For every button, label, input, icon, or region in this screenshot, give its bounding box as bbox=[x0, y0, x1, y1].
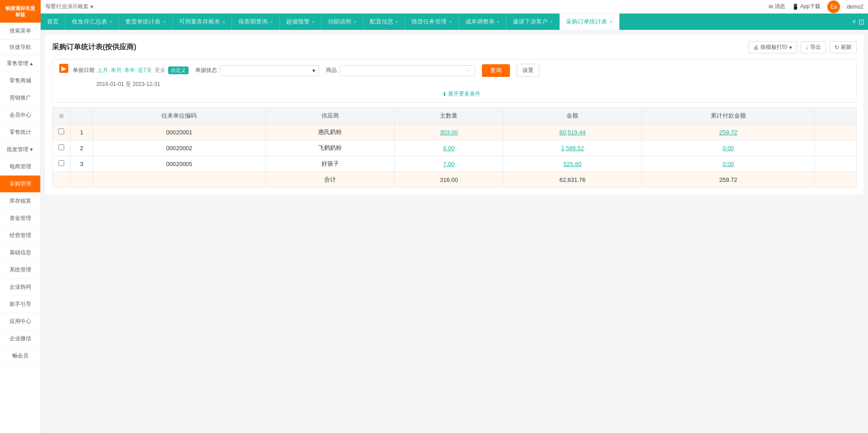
sidebar-item-member-vip[interactable]: 畅会员 bbox=[0, 347, 40, 365]
tab-cost-adjust[interactable]: 成本调整单 × bbox=[459, 14, 506, 30]
shortcut-this-month[interactable]: 本月 bbox=[111, 67, 122, 74]
close-icon[interactable]: × bbox=[312, 19, 315, 24]
sidebar-item-enterprise-collab[interactable]: 企业协同 bbox=[0, 279, 40, 296]
row-paid[interactable]: 0.00 bbox=[642, 156, 815, 172]
tab-pick-task[interactable]: 拣货任务管理 × bbox=[405, 14, 458, 30]
sidebar-quick-nav[interactable]: 快捷导航 bbox=[0, 40, 40, 55]
row-qty[interactable]: 303.00 bbox=[395, 124, 503, 140]
row-check[interactable] bbox=[52, 156, 71, 172]
amount-link[interactable]: 1,586.52 bbox=[561, 145, 584, 152]
row-check[interactable] bbox=[52, 124, 71, 140]
close-tab-btn[interactable]: × bbox=[852, 18, 856, 26]
close-icon[interactable]: × bbox=[163, 19, 165, 24]
close-icon[interactable]: × bbox=[396, 19, 398, 24]
sidebar-item-ecommerce-mgmt[interactable]: 电商管理 bbox=[0, 158, 40, 176]
row-check[interactable] bbox=[52, 140, 71, 156]
amount-link[interactable]: 60,519.44 bbox=[559, 129, 585, 136]
row-code: 00020001 bbox=[93, 124, 266, 140]
app-download-btn[interactable]: 📱 App下载 bbox=[792, 3, 821, 10]
tab-label: 要货单统计表 bbox=[125, 18, 160, 26]
col-settings[interactable]: ⚙ bbox=[52, 108, 71, 124]
tab-invite-downstream[interactable]: 邀请下游客户 × bbox=[506, 14, 560, 30]
shortcut-more[interactable]: 更多 bbox=[155, 67, 165, 74]
sidebar-item-basic-info[interactable]: 基础信息 bbox=[0, 244, 40, 262]
tab-overstock-warning[interactable]: 超储预警 × bbox=[280, 14, 321, 30]
sidebar-item-purchase-mgmt[interactable]: 采购管理 bbox=[0, 176, 40, 193]
filter-fields: 单据日期 上月 本月 本年 近7天 更多 自定义 bbox=[73, 64, 849, 98]
status-select[interactable]: ▾ bbox=[220, 65, 319, 76]
goods-input[interactable]: ··· bbox=[340, 65, 475, 76]
settings-btn[interactable]: 设置 bbox=[517, 64, 539, 77]
shortcut-last-month[interactable]: 上月 bbox=[97, 67, 108, 74]
filter-section-inner: ▶ 单据日期 上月 本月 本年 近7天 更多 bbox=[52, 59, 856, 102]
sidebar-item-label: 畅会员 bbox=[12, 352, 28, 359]
paid-link[interactable]: 259.72 bbox=[719, 129, 737, 136]
sidebar-item-inventory-check[interactable]: 库存核算 bbox=[0, 193, 40, 210]
template-print-btn[interactable]: 🖨 按模板打印 ▾ bbox=[748, 41, 797, 53]
row-supplier: 好孩子 bbox=[265, 156, 394, 172]
amount-link[interactable]: 525.80 bbox=[564, 161, 582, 167]
sidebar-item-wholesale-mgmt[interactable]: 批发管理 ▼ bbox=[0, 141, 40, 158]
close-icon[interactable]: × bbox=[609, 19, 612, 24]
shortcut-7days[interactable]: 近7天 bbox=[138, 67, 152, 74]
row-checkbox[interactable] bbox=[58, 160, 64, 166]
refresh-btn[interactable]: ↻ 刷新 bbox=[830, 41, 857, 53]
tab-purchase-order-stats[interactable]: 采购订单统计表 × bbox=[560, 14, 619, 30]
row-paid[interactable]: 259.72 bbox=[642, 124, 815, 140]
message-btn[interactable]: ✉ 消息 bbox=[769, 3, 785, 10]
qty-link[interactable]: 6.00 bbox=[443, 145, 454, 152]
user-avatar[interactable]: Ea bbox=[827, 0, 840, 13]
workspace-title[interactable]: 母婴行业演示账套 ▾ bbox=[45, 3, 93, 10]
qty-link[interactable]: 303.00 bbox=[440, 129, 458, 136]
sidebar-item-member-center[interactable]: 会员中心 bbox=[0, 107, 40, 124]
sidebar-item-retail-stats[interactable]: 零售统计 bbox=[0, 124, 40, 141]
paid-link[interactable]: 0.00 bbox=[722, 145, 734, 152]
maximize-btn[interactable]: ⊡ bbox=[859, 18, 864, 26]
sidebar-item-system-mgmt[interactable]: 系统管理 bbox=[0, 262, 40, 279]
expand-more-btn[interactable]: ⬇ 展开更多条件 bbox=[442, 90, 481, 98]
sidebar-item-new-guide[interactable]: 新手引导 bbox=[0, 296, 40, 313]
row-amount[interactable]: 60,519.44 bbox=[503, 124, 642, 140]
close-icon[interactable]: × bbox=[354, 19, 356, 24]
tab-goods-stats[interactable]: 要货单统计表 × bbox=[119, 14, 172, 30]
row-checkbox[interactable] bbox=[58, 144, 64, 150]
export-btn[interactable]: ↓ 导出 bbox=[801, 41, 826, 53]
sidebar-item-retail-mgmt[interactable]: 零售管理 ▲ bbox=[0, 55, 40, 72]
more-dots-icon[interactable]: ··· bbox=[467, 67, 471, 74]
sidebar-item-marketing[interactable]: 营销推广 bbox=[0, 90, 40, 107]
row-qty[interactable]: 7.00 bbox=[395, 156, 503, 172]
query-btn[interactable]: 查询 bbox=[482, 64, 510, 77]
close-icon[interactable]: × bbox=[109, 19, 112, 24]
paid-link[interactable]: 0.00 bbox=[722, 161, 734, 167]
custom-date-badge[interactable]: 自定义 bbox=[168, 67, 189, 74]
tab-function-desc[interactable]: 功能说明 × bbox=[321, 14, 363, 30]
sidebar-item-enterprise-wechat[interactable]: 企业微信 bbox=[0, 330, 40, 347]
close-icon[interactable]: × bbox=[222, 19, 225, 24]
close-icon[interactable]: × bbox=[550, 19, 553, 24]
tab-home[interactable]: 首页 bbox=[41, 14, 66, 30]
sidebar-item-capital-mgmt[interactable]: 资金管理 bbox=[0, 210, 40, 227]
close-icon[interactable]: × bbox=[270, 19, 273, 24]
shortcut-this-year[interactable]: 本年 bbox=[124, 67, 135, 74]
close-icon[interactable]: × bbox=[497, 19, 500, 24]
page-title: 采购订单统计表(按供应商) bbox=[52, 43, 137, 52]
sidebar-item-operation-mgmt[interactable]: 经营管理 bbox=[0, 227, 40, 244]
tab-receive-send[interactable]: 收发存汇总表 × bbox=[66, 14, 119, 30]
user-name[interactable]: demo2 bbox=[847, 4, 863, 10]
sidebar-search-item[interactable]: 搜索菜单 bbox=[0, 23, 40, 40]
close-icon[interactable]: × bbox=[449, 19, 452, 24]
row-paid[interactable]: 0.00 bbox=[642, 140, 815, 156]
tab-config-info[interactable]: 配置信息 × bbox=[363, 14, 405, 30]
row-checkbox[interactable] bbox=[58, 128, 64, 134]
sidebar-item-app-center[interactable]: 应用中心 bbox=[0, 313, 40, 330]
collapse-filter-btn[interactable]: ▶ bbox=[59, 64, 68, 73]
row-qty[interactable]: 6.00 bbox=[395, 140, 503, 156]
row-amount[interactable]: 525.80 bbox=[503, 156, 642, 172]
sidebar-item-retail-mall[interactable]: 零售商城 bbox=[0, 72, 40, 90]
row-amount[interactable]: 1,586.52 bbox=[503, 140, 642, 156]
total-qty-cell: 316.00 bbox=[395, 172, 503, 188]
tab-expiry-query[interactable]: 保质期查询 × bbox=[232, 14, 279, 30]
table-header-row: ⚙ 往来单位编码 供应商 主数量 金额 累计付款金额 bbox=[52, 108, 857, 124]
qty-link[interactable]: 7.00 bbox=[443, 161, 454, 167]
tab-inventory-book[interactable]: 可用量库存账本 × bbox=[173, 14, 232, 30]
